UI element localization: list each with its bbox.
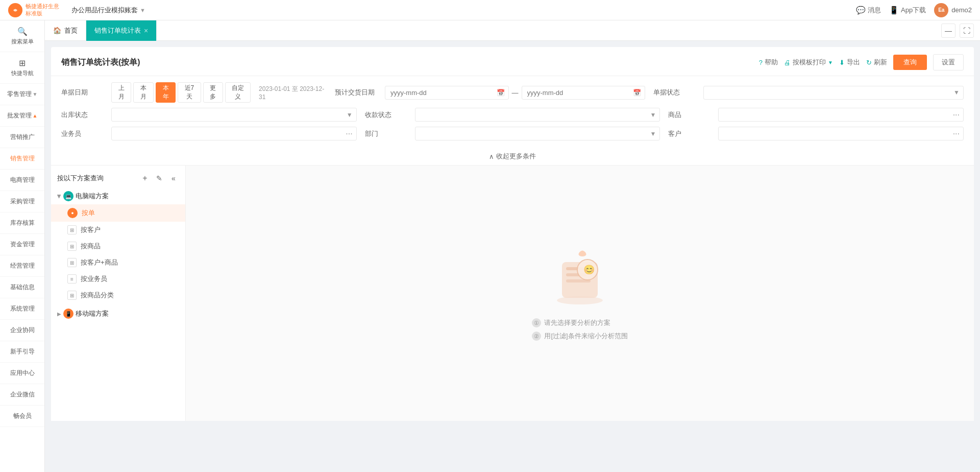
payment-status-select[interactable]: [415, 108, 660, 122]
empty-state: 😊 ① 请先选择要分析的方案 ②: [532, 242, 627, 345]
collapse-icon: ∧: [489, 153, 494, 160]
bill-status-label: 单据状态: [653, 88, 699, 97]
date-btn-last-month[interactable]: 上月: [111, 82, 131, 103]
body-split: 按以下方案查询 + ✎ « ▶: [51, 165, 974, 421]
expected-date-end-wrapper: 📅: [522, 86, 646, 100]
page-inner: 销售订单统计表(按单) ? 帮助 🖨 按模板打印 ▼ ⬇: [51, 47, 974, 421]
salesperson-input[interactable]: [111, 127, 357, 140]
sidebar-item-purchase[interactable]: 采购管理: [0, 191, 44, 213]
date-btn-this-year[interactable]: 本年: [156, 82, 176, 103]
scheme-item-by-customer[interactable]: ⊞ 按客户: [51, 222, 185, 238]
department-select[interactable]: [415, 127, 660, 140]
department-label: 部门: [365, 129, 411, 138]
collapse-btn[interactable]: ∧ 收起更多条件: [489, 152, 536, 161]
expected-date-range: 📅 — 📅: [385, 86, 645, 100]
sidebar-item-wechat[interactable]: 企业微信: [0, 384, 44, 406]
bill-status-select[interactable]: [703, 86, 964, 100]
goods-input[interactable]: [718, 108, 964, 122]
query-button[interactable]: 查询: [893, 55, 927, 70]
date-btn-this-month[interactable]: 本月: [133, 82, 153, 103]
page-content: 销售订单统计表(按单) ? 帮助 🖨 按模板打印 ▼ ⬇: [45, 41, 980, 472]
scheme-panel-title: 按以下方案查询: [57, 174, 104, 183]
app-download-btn[interactable]: 📱 App下载: [889, 6, 926, 15]
scheme-edit-btn[interactable]: ✎: [154, 173, 165, 184]
help-btn[interactable]: ? 帮助: [759, 58, 778, 67]
date-range-display: 2023-01-01 至 2023-12-31: [259, 85, 327, 101]
export-btn[interactable]: ⬇ 导出: [839, 58, 860, 67]
scheme-collapse-btn[interactable]: «: [168, 173, 179, 184]
scheme-add-btn[interactable]: +: [139, 173, 151, 184]
scheme-item-by-goods[interactable]: ⊞ 按商品: [51, 238, 185, 254]
sidebar-item-quick-nav[interactable]: ⊞ 快捷导航: [0, 52, 44, 84]
payment-status-select-wrapper: ▼: [415, 108, 660, 122]
breadcrumb[interactable]: 办公用品行业模拟账套 ▼: [71, 6, 145, 15]
ecommerce-label: 电商管理: [10, 176, 35, 184]
scheme-item-by-customer-label: 按客户: [81, 225, 101, 234]
tab-minimize-btn[interactable]: —: [941, 23, 955, 38]
sidebar-item-basic[interactable]: 基础信息: [0, 277, 44, 298]
expected-date-start[interactable]: [385, 86, 509, 100]
date-btn-custom[interactable]: 自定义: [225, 82, 251, 103]
refresh-btn[interactable]: ↻ 刷新: [866, 58, 887, 67]
goods-label: 商品: [668, 110, 714, 120]
sidebar-item-inventory[interactable]: 库存核算: [0, 213, 44, 234]
sidebar-item-operations[interactable]: 经营管理: [0, 255, 44, 277]
sidebar-item-label: 快捷导航: [11, 69, 34, 77]
scheme-group-pc-header[interactable]: ▶ 💻 电脑端方案: [51, 188, 185, 204]
purchase-label: 采购管理: [10, 197, 35, 206]
main-layout: 🔍 搜索菜单 ⊞ 快捷导航 零售管理 ▼ 批发管理 ▲ 营销推广 销售管理 电商…: [0, 20, 980, 472]
enterprise-label: 企业协同: [10, 326, 35, 335]
scheme-item-by-order-label: 按单: [82, 208, 95, 218]
customer-more-icon[interactable]: ···: [951, 129, 962, 138]
operations-label: 经营管理: [10, 262, 35, 270]
print-btn[interactable]: 🖨 按模板打印 ▼: [784, 58, 833, 67]
settings-button[interactable]: 设置: [933, 54, 964, 70]
sidebar-item-retail[interactable]: 零售管理 ▼: [0, 84, 44, 105]
sidebar-item-ecommerce[interactable]: 电商管理: [0, 170, 44, 191]
tab-sales-stats[interactable]: 销售订单统计表 ×: [86, 20, 157, 41]
grid-icon: ⊞: [19, 58, 26, 68]
customer-input[interactable]: [718, 127, 964, 140]
logo-icon: [8, 3, 22, 17]
scheme-item-by-salesperson[interactable]: ≡ 按业务员: [51, 271, 185, 287]
sidebar-item-sales[interactable]: 销售管理: [0, 148, 44, 170]
system-label: 系统管理: [10, 304, 35, 313]
tab-maximize-btn[interactable]: ⛶: [960, 23, 974, 38]
sidebar-item-newbie[interactable]: 新手引导: [0, 341, 44, 363]
sidebar-item-wholesale[interactable]: 批发管理 ▲: [0, 105, 44, 127]
top-bar-left: 畅捷通好生意 标准版 办公用品行业模拟账套 ▼: [8, 3, 145, 17]
sidebar-item-search[interactable]: 🔍 搜索菜单: [0, 20, 44, 52]
scheme-item-by-order[interactable]: ● 按单: [51, 204, 185, 222]
date-btn-more[interactable]: 更多: [203, 82, 223, 103]
date-label: 单据日期: [61, 88, 107, 97]
out-status-select[interactable]: [111, 108, 357, 122]
user-profile[interactable]: Ea demo2: [934, 3, 972, 17]
expected-date-end[interactable]: [522, 86, 646, 100]
tab-home[interactable]: 🏠 首页: [45, 20, 86, 41]
filter-area: 单据日期 上月 本月 本年 近7天 更多 自定义 2023-01-01 至 20…: [51, 76, 974, 165]
sidebar-item-appcenter[interactable]: 应用中心: [0, 363, 44, 384]
tip-num-2: ②: [532, 332, 541, 341]
sidebar-item-marketing[interactable]: 营销推广: [0, 127, 44, 148]
wechat-label: 企业微信: [10, 390, 35, 399]
calendar-end-icon: 📅: [633, 89, 641, 97]
sidebar-item-membership[interactable]: 畅会员: [0, 406, 44, 427]
sidebar-item-finance[interactable]: 资金管理: [0, 234, 44, 255]
customer-label: 客户: [668, 129, 714, 138]
scheme-group-arrow-icon: ▶: [57, 194, 62, 198]
tab-close-icon[interactable]: ×: [144, 27, 148, 35]
scheme-group-mobile-header[interactable]: ▶ 📱 移动端方案: [51, 305, 185, 322]
scheme-bar-icon: ≡: [67, 274, 77, 284]
home-icon: 🏠: [53, 27, 61, 34]
date-btn-last7[interactable]: 近7天: [178, 82, 201, 103]
scheme-grid2-icon: ⊞: [67, 242, 77, 251]
scheme-item-by-customer-goods[interactable]: ⊞ 按客户+商品: [51, 254, 185, 271]
sidebar-item-enterprise[interactable]: 企业协同: [0, 320, 44, 341]
scheme-item-by-goods-category[interactable]: ⊞ 按商品分类: [51, 287, 185, 303]
sidebar-item-system[interactable]: 系统管理: [0, 298, 44, 320]
salesperson-more-icon[interactable]: ···: [344, 129, 354, 138]
date-quick-btns: 上月 本月 本年 近7天 更多 自定义: [111, 82, 251, 103]
goods-more-icon[interactable]: ···: [951, 110, 962, 120]
message-btn[interactable]: 💬 消息: [856, 6, 881, 15]
logo-area: 畅捷通好生意 标准版: [8, 3, 59, 17]
